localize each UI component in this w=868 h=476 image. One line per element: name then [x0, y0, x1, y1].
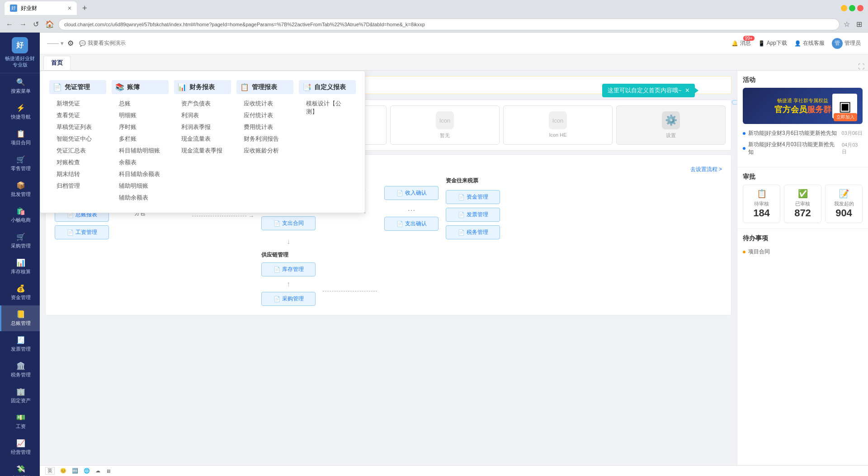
- sidebar-item-operation[interactable]: 📈 经营管理: [0, 434, 40, 460]
- menu-smart-voucher[interactable]: 智能凭证中心: [53, 133, 106, 145]
- tooltip-arrow: [695, 88, 698, 93]
- accounting-icon: 📒: [16, 310, 25, 319]
- status-bar-icon-1: 😊: [60, 468, 66, 474]
- menu-general-ledger[interactable]: 总账: [115, 98, 169, 109]
- company-selector[interactable]: —— ▾ ⚙: [47, 39, 74, 48]
- user-menu-button[interactable]: 管 管理员: [832, 38, 861, 49]
- sidebar-item-finance[interactable]: 💰 资金管理: [0, 280, 40, 305]
- ecommerce-icon: 🛍️: [16, 207, 25, 215]
- menu-aux-balance[interactable]: 辅助余额表: [115, 192, 169, 204]
- menu-finance-profit[interactable]: 财务利润报告: [240, 133, 293, 145]
- sidebar-label-retail: 零售管理: [11, 165, 31, 172]
- sidebar-item-shortcut[interactable]: ⚡ 快捷导航: [0, 99, 40, 125]
- menu-subject-balance[interactable]: 科目辅助余额表: [115, 168, 169, 180]
- menu-subject-detail[interactable]: 科目辅助明细账: [115, 145, 169, 157]
- sidebar-label-marketing: 小畅报销: [11, 475, 31, 476]
- sidebar-item-ecommerce[interactable]: 🛍️ 小畅电商: [0, 202, 40, 228]
- sidebar-item-tax[interactable]: 🏛️ 税务管理: [0, 357, 40, 383]
- sidebar-item-accounting[interactable]: 📒 总账管理: [0, 305, 40, 331]
- address-bar[interactable]: cloud.chanjet.com/cc/u6d89qwnryel/57bfsk…: [58, 19, 840, 30]
- back-button[interactable]: ←: [4, 19, 15, 29]
- sidebar-item-salary[interactable]: 💵 工资: [0, 409, 40, 434]
- home-tab-label: 首页: [51, 59, 63, 67]
- window-maximize-button[interactable]: [849, 5, 855, 11]
- menu-cashflow-quarterly[interactable]: 现金流量表季报: [178, 145, 231, 157]
- tab-expand-icon[interactable]: ⛶: [858, 63, 864, 70]
- bookmark-button[interactable]: ☆: [841, 19, 852, 29]
- window-close-button[interactable]: [857, 5, 863, 11]
- window-minimize-button[interactable]: [841, 5, 847, 11]
- notifications-button[interactable]: 🔔 消息 99+: [731, 39, 751, 47]
- menu-detail-ledger[interactable]: 明细账: [115, 109, 169, 121]
- sidebar-item-inventory[interactable]: 📊 库存核算: [0, 254, 40, 280]
- demo-button[interactable]: 💬 我要看实例演示: [79, 39, 126, 47]
- tax-icon: 🏛️: [16, 362, 25, 370]
- manage-report-items: 应收统计表 应付统计表 费用统计表 财务利润报告 应收账龄分析: [236, 98, 293, 157]
- custom-report-items: 模板设计【公测】: [299, 98, 356, 118]
- finance-icon: 💰: [16, 284, 25, 293]
- menu-balance[interactable]: 余额表: [115, 157, 169, 168]
- menu-archive[interactable]: 归档管理: [53, 180, 106, 192]
- menu-chronological[interactable]: 序时账: [115, 121, 169, 133]
- sidebar-item-retail[interactable]: 🛒 零售管理: [0, 151, 40, 176]
- status-bar-icon-4: ☁: [95, 468, 100, 474]
- sidebar-item-marketing[interactable]: 💸 小畅报销: [0, 460, 40, 476]
- service-button[interactable]: 👤 在线客服: [794, 39, 825, 47]
- menu-view-voucher[interactable]: 查看凭证: [53, 109, 106, 121]
- manage-report-title-text: 管理报表: [252, 83, 277, 91]
- sidebar-item-assets[interactable]: 🏢 固定资产: [0, 383, 40, 409]
- custom-report-cat-icon: 📑: [302, 83, 311, 91]
- tab-close-button[interactable]: ×: [68, 5, 71, 12]
- top-bar-right: 🔔 消息 99+ 📱 App下载 👤 在线客服 管 管理员: [731, 38, 861, 49]
- logo-text: 畅捷通好业财 专业版: [5, 55, 35, 68]
- sidebar-label-shortcut: 快捷导航: [11, 114, 31, 120]
- tab-home[interactable]: 首页: [43, 56, 71, 70]
- sidebar-label-salary: 工资: [16, 423, 26, 430]
- sidebar-item-invoice[interactable]: 🧾 发票管理: [0, 331, 40, 357]
- logo-icon: 好: [12, 37, 28, 53]
- menu-expense-stats[interactable]: 费用统计表: [240, 121, 293, 133]
- settings-gear-icon[interactable]: ⚙: [67, 39, 74, 48]
- sidebar-item-purchase[interactable]: 🛒 采购管理: [0, 228, 40, 254]
- menu-receivable-stats[interactable]: 应收统计表: [240, 98, 293, 109]
- sidebar: 好 畅捷通好业财 专业版 🔍 搜索菜单 ⚡ 快捷导航 📋 项目合同 🛒 零售管理…: [0, 33, 40, 476]
- menu-reconciliation[interactable]: 对账检查: [53, 157, 106, 168]
- category-voucher-title: 📄 凭证管理: [49, 80, 106, 94]
- sidebar-label-inventory: 库存核算: [11, 268, 31, 275]
- status-bar-lang[interactable]: 英: [45, 467, 55, 475]
- menu-cashflow[interactable]: 现金流量表: [178, 133, 231, 145]
- tab-title: 好业财: [21, 5, 37, 12]
- menu-income-quarterly[interactable]: 利润表季报: [178, 121, 231, 133]
- menu-period-end[interactable]: 期末结转: [53, 168, 106, 180]
- tooltip-close-button[interactable]: ×: [685, 86, 689, 95]
- sidebar-label-operation: 经营管理: [11, 449, 31, 456]
- new-tab-button[interactable]: +: [80, 4, 89, 13]
- finance-report-items: 资产负债表 利润表 利润表季报 现金流量表 现金流量表季报: [174, 98, 231, 157]
- forward-button[interactable]: →: [17, 19, 29, 29]
- sidebar-label-tax: 税务管理: [11, 371, 31, 378]
- menu-new-voucher[interactable]: 新增凭证: [53, 98, 106, 109]
- tab-favicon: 好: [10, 5, 17, 12]
- url-text: cloud.chanjet.com/cc/u6d89qwnryel/57bfsk…: [64, 22, 425, 27]
- browser-tab[interactable]: 好 好业财 ×: [5, 1, 77, 15]
- menu-draft-voucher[interactable]: 草稿凭证列表: [53, 121, 106, 133]
- sidebar-label-accounting: 总账管理: [11, 320, 31, 327]
- menu-multi-column[interactable]: 多栏账: [115, 133, 169, 145]
- menu-balance-sheet[interactable]: 资产负债表: [178, 98, 231, 109]
- sidebar-item-wholesale[interactable]: 📦 批发管理: [0, 176, 40, 202]
- extension-button[interactable]: ⊞: [854, 19, 864, 29]
- download-button[interactable]: 📱 App下载: [758, 39, 787, 47]
- menu-aux-detail[interactable]: 辅助明细账: [115, 180, 169, 192]
- menu-receivable-aging[interactable]: 应收账龄分析: [240, 145, 293, 157]
- reload-button[interactable]: ↺: [31, 19, 41, 29]
- menu-voucher-summary[interactable]: 凭证汇总表: [53, 145, 106, 157]
- home-button[interactable]: 🏠: [43, 19, 57, 29]
- sidebar-item-project[interactable]: 📋 项目合同: [0, 125, 40, 151]
- menu-income-statement[interactable]: 利润表: [178, 109, 231, 121]
- browser-nav-bar: ← → ↺ 🏠 cloud.chanjet.com/cc/u6d89qwnrye…: [0, 16, 868, 33]
- operation-icon: 📈: [16, 439, 25, 447]
- menu-payable-stats[interactable]: 应付统计表: [240, 109, 293, 121]
- download-icon: 📱: [758, 40, 765, 47]
- menu-template-design[interactable]: 模板设计【公测】: [302, 98, 356, 118]
- sidebar-item-search[interactable]: 🔍 搜索菜单: [0, 73, 40, 99]
